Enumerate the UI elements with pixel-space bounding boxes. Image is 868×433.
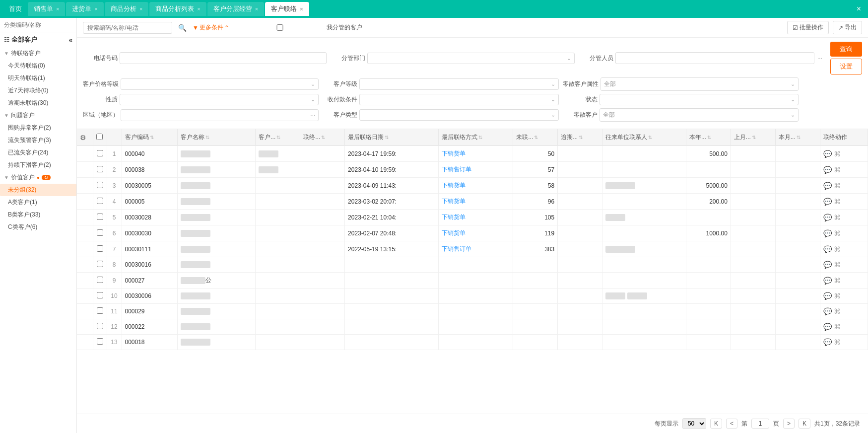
nav-tab-customer-contact[interactable]: 客户联络 ×: [265, 2, 309, 16]
grid-action-icon[interactable]: ⌘: [834, 214, 841, 221]
prev-page-button[interactable]: <: [726, 419, 737, 429]
export-button[interactable]: ↗ 导出: [833, 21, 862, 34]
price-level-select[interactable]: ⌄: [121, 78, 319, 90]
window-close-button[interactable]: ×: [854, 4, 864, 13]
comment-icon[interactable]: 💬: [823, 198, 832, 206]
page-number-input[interactable]: [751, 419, 769, 429]
sidebar-item-b-class[interactable]: B类客户(33): [0, 209, 76, 221]
comment-icon[interactable]: 💬: [823, 150, 832, 158]
table-settings-icon[interactable]: ⚙: [80, 134, 86, 142]
sidebar-item-churn-warning[interactable]: 流失预警客户(3): [0, 134, 76, 146]
last-way-link[interactable]: 下销货单: [442, 182, 466, 189]
nav-tab-customer-tier[interactable]: 客户分层经营 ×: [207, 2, 264, 16]
comment-icon[interactable]: 💬: [823, 338, 832, 346]
my-customers-checkbox-label[interactable]: 我分管的客户: [235, 23, 362, 32]
close-icon[interactable]: ×: [139, 6, 142, 12]
sidebar-item-overdue[interactable]: 逾期未联络(30): [0, 97, 76, 109]
my-customers-checkbox[interactable]: [235, 24, 325, 31]
grid-action-icon[interactable]: ⌘: [834, 292, 841, 300]
region-select[interactable]: ···: [121, 109, 319, 121]
close-icon[interactable]: ×: [255, 6, 258, 12]
sidebar-item-a-class[interactable]: A类客户(1): [0, 196, 76, 209]
status-select[interactable]: ⌄: [600, 94, 799, 105]
grid-action-icon[interactable]: ⌘: [834, 166, 841, 174]
select-all-checkbox[interactable]: [96, 134, 103, 140]
batch-operation-button[interactable]: ☑ 批量操作: [787, 21, 829, 34]
payment-terms-select[interactable]: ⌄: [359, 94, 558, 105]
dept-select[interactable]: ⌄: [367, 53, 574, 64]
sidebar-item-declining[interactable]: 持续下滑客户(2): [0, 159, 76, 171]
nav-tab-analysis[interactable]: 商品分析 ×: [105, 2, 148, 16]
reset-button[interactable]: 设置: [830, 59, 862, 74]
scatter-attr-select[interactable]: 全部 ⌄: [601, 77, 799, 91]
row-checkbox[interactable]: [97, 182, 103, 188]
row-checkbox[interactable]: [97, 277, 103, 283]
close-icon[interactable]: ×: [300, 6, 303, 12]
last-way-link[interactable]: 下销货单: [442, 150, 466, 157]
last-way-link[interactable]: 下销售订单: [442, 166, 471, 173]
last-way-link[interactable]: 下销货单: [442, 198, 466, 205]
per-page-select[interactable]: 50: [682, 418, 706, 429]
row-checkbox[interactable]: [97, 229, 103, 236]
row-checkbox[interactable]: [97, 166, 103, 172]
grid-action-icon[interactable]: ⌘: [834, 245, 841, 253]
search-input[interactable]: [83, 22, 172, 34]
phone-input[interactable]: [120, 52, 327, 64]
close-icon[interactable]: ×: [56, 6, 59, 12]
close-icon[interactable]: ×: [94, 6, 97, 12]
customer-type-select[interactable]: ⌄: [359, 109, 558, 121]
grid-action-icon[interactable]: ⌘: [834, 182, 841, 190]
comment-icon[interactable]: 💬: [823, 323, 832, 331]
row-checkbox[interactable]: [97, 214, 103, 220]
sidebar-item-today[interactable]: 今天待联络(0): [0, 60, 76, 72]
last-way-link[interactable]: 下销货单: [442, 229, 466, 236]
customer-level-select[interactable]: ⌄: [359, 78, 558, 90]
sidebar-item-tomorrow[interactable]: 明天待联络(1): [0, 72, 76, 84]
comment-icon[interactable]: 💬: [823, 292, 832, 300]
sidebar-item-c-class[interactable]: C类客户(6): [0, 221, 76, 233]
nav-tab-sales[interactable]: 销售单 ×: [28, 2, 65, 16]
grid-action-icon[interactable]: ⌘: [834, 261, 841, 269]
row-checkbox[interactable]: [97, 338, 103, 345]
manager-input[interactable]: [615, 52, 814, 64]
sidebar-collapse-button[interactable]: «: [69, 36, 72, 44]
next-page-button[interactable]: >: [783, 419, 795, 429]
grid-action-icon[interactable]: ⌘: [834, 277, 841, 285]
row-checkbox[interactable]: [97, 245, 103, 252]
comment-icon[interactable]: 💬: [823, 307, 832, 315]
nature-select[interactable]: ⌄: [120, 94, 319, 105]
row-checkbox[interactable]: [97, 323, 103, 329]
first-page-button[interactable]: K: [710, 419, 722, 429]
nav-tab-analysis-list[interactable]: 商品分析列表 ×: [149, 2, 206, 16]
row-checkbox[interactable]: [97, 150, 103, 156]
comment-icon[interactable]: 💬: [823, 277, 832, 285]
more-icon[interactable]: ···: [817, 55, 822, 62]
grid-action-icon[interactable]: ⌘: [834, 323, 841, 331]
comment-icon[interactable]: 💬: [823, 261, 832, 269]
grid-action-icon[interactable]: ⌘: [834, 229, 841, 237]
sidebar-item-hoarding[interactable]: 囤购异常客户(2): [0, 122, 76, 134]
row-checkbox[interactable]: [97, 292, 103, 298]
sidebar-all-customers[interactable]: ☷ 全部客户 «: [0, 32, 76, 47]
grid-action-icon[interactable]: ⌘: [834, 198, 841, 206]
last-way-link[interactable]: 下销货单: [442, 214, 466, 220]
scatter-customer-select[interactable]: 全部 ⌄: [600, 108, 799, 122]
nav-home[interactable]: 首页: [4, 4, 27, 13]
more-conditions-button[interactable]: ▼ 更多条件 ⌃: [193, 23, 229, 32]
more-icon[interactable]: ···: [310, 112, 315, 119]
nav-tab-purchase[interactable]: 进货单 ×: [66, 2, 103, 16]
query-button[interactable]: 查询: [830, 42, 862, 57]
close-icon[interactable]: ×: [197, 6, 200, 12]
row-checkbox[interactable]: [97, 198, 103, 204]
sidebar-item-churned[interactable]: 已流失客户(24): [0, 146, 76, 159]
sidebar-item-ungroup[interactable]: 未分组(32): [0, 184, 76, 196]
comment-icon[interactable]: 💬: [823, 214, 832, 221]
comment-icon[interactable]: 💬: [823, 182, 832, 190]
sidebar-item-7days[interactable]: 近7天待联络(0): [0, 84, 76, 97]
comment-icon[interactable]: 💬: [823, 245, 832, 253]
sidebar-search-input[interactable]: [4, 21, 77, 28]
comment-icon[interactable]: 💬: [823, 166, 832, 174]
comment-icon[interactable]: 💬: [823, 229, 832, 237]
grid-action-icon[interactable]: ⌘: [834, 338, 841, 346]
filter-search-icon[interactable]: 🔍: [178, 24, 187, 32]
